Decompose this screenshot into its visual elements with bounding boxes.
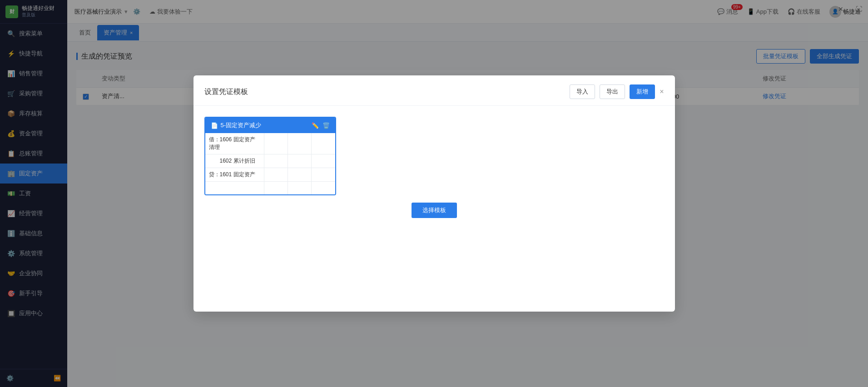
template-cell-label-3: 贷：1601 固定资产 [205, 168, 264, 181]
template-cell-2-2 [264, 154, 288, 168]
modal-toolbar: 导入 导出 新增 [570, 84, 655, 99]
template-card-header: 📄 5-固定资产减少 ✏️ 🗑️ [205, 118, 335, 133]
template-row-4 [205, 182, 335, 194]
modal-overlay: 设置凭证模板 导入 导出 新增 × 📄 5-固定资产减少 ✏️ [0, 0, 868, 387]
template-cell-2-1 [264, 133, 288, 154]
template-cell-3-3 [288, 168, 312, 181]
modal-body: 📄 5-固定资产减少 ✏️ 🗑️ 借：1606 固定资产清理 [193, 106, 675, 229]
template-cell-3-2 [288, 154, 312, 168]
template-cell-3-1 [288, 133, 312, 154]
template-delete-icon[interactable]: 🗑️ [322, 122, 330, 129]
template-cell-label-2: 1602 累计折旧 [205, 154, 264, 168]
modal-title: 设置凭证模板 [204, 87, 248, 97]
template-cell-label-4 [205, 182, 264, 194]
template-cell-2-3 [264, 168, 288, 181]
template-row-3: 贷：1601 固定资产 [205, 168, 335, 182]
new-template-btn[interactable]: 新增 [630, 84, 655, 99]
template-file-icon: 📄 [211, 122, 218, 129]
template-cell-4-3 [312, 168, 335, 181]
template-card-body: 借：1606 固定资产清理 1602 累计折旧 贷：1601 固定资产 [205, 133, 335, 194]
select-btn-area: 选择模板 [204, 203, 664, 218]
template-name-area: 📄 5-固定资产减少 [211, 121, 262, 129]
template-edit-icon[interactable]: ✏️ [312, 122, 319, 129]
template-cell-4-1 [312, 133, 335, 154]
template-cell-label-1: 借：1606 固定资产清理 [205, 133, 264, 154]
modal-close-btn[interactable]: × [660, 88, 664, 96]
template-cell-4-4 [312, 182, 335, 194]
template-cell-2-4 [264, 182, 288, 194]
import-btn[interactable]: 导入 [570, 84, 595, 99]
modal-dialog: 设置凭证模板 导入 导出 新增 × 📄 5-固定资产减少 ✏️ [193, 75, 675, 312]
select-template-btn[interactable]: 选择模板 [412, 203, 457, 218]
export-btn[interactable]: 导出 [600, 84, 625, 99]
modal-header: 设置凭证模板 导入 导出 新增 × [193, 75, 675, 106]
template-name: 5-固定资产减少 [221, 121, 262, 129]
template-card: 📄 5-固定资产减少 ✏️ 🗑️ 借：1606 固定资产清理 [204, 117, 336, 195]
template-actions: ✏️ 🗑️ [312, 122, 330, 129]
template-row-2: 1602 累计折旧 [205, 154, 335, 168]
modal-header-right: 导入 导出 新增 × [570, 84, 664, 99]
template-cell-3-4 [288, 182, 312, 194]
template-row-1: 借：1606 固定资产清理 [205, 133, 335, 154]
template-cell-4-2 [312, 154, 335, 168]
